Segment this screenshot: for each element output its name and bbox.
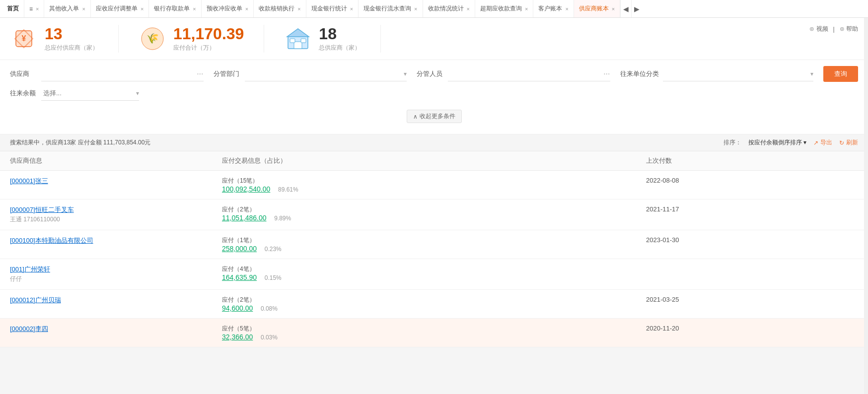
supplier-link[interactable]: [000012]广州贝瑞 xyxy=(10,296,61,304)
supplier-cell: [000001]张三 xyxy=(10,177,222,186)
payable-cell: 应付（5笔） 32,366.00 0.03% xyxy=(222,325,646,341)
nav-bank-deposit[interactable]: 银行存取款单 × xyxy=(149,0,201,18)
nav-receive-verify[interactable]: 收款核销执行 × xyxy=(254,0,306,18)
help-link[interactable]: ⊙ 帮助 xyxy=(840,25,858,33)
nav-receive-stat[interactable]: 收款情况统计 × xyxy=(423,0,475,18)
supplier-cell: [001]广州荣轩 仔仔 xyxy=(10,265,222,283)
close-icon[interactable]: × xyxy=(350,6,353,12)
supplier-link[interactable]: [000001]张三 xyxy=(10,177,48,185)
stat-block-suppliers-payable: ¥ 13 总应付供应商（家） xyxy=(10,25,119,53)
supplier-link[interactable]: [000002]李四 xyxy=(10,325,48,332)
balance-input[interactable] xyxy=(41,89,136,97)
supplier-dots-icon[interactable]: ··· xyxy=(197,69,203,78)
stat-block-payable-total: 🌾 11,170.39 应付合计（万） xyxy=(139,25,264,53)
diamond-icon: ¥ xyxy=(10,25,38,53)
payable-supplier-label: 总应付供应商（家） xyxy=(45,44,98,52)
stat-block-total-suppliers: 18 总供应商（家） xyxy=(284,25,381,53)
nav-arrow-right[interactable]: ▶ xyxy=(631,0,642,18)
svg-text:🌾: 🌾 xyxy=(146,32,159,44)
dept-input[interactable] xyxy=(245,70,404,77)
nav-overdue-ar[interactable]: 超期应收款查询 × xyxy=(475,0,533,18)
person-input[interactable] xyxy=(448,70,603,77)
payable-amount-link[interactable]: 100,092,540.00 xyxy=(222,185,270,193)
table-header: 供应商信息 应付交易信息（占比） 上次付数 xyxy=(0,151,868,171)
supplier-cell: [000100]本特勤油品有限公司 xyxy=(10,236,222,245)
filter-balance: 往来余额 ▾ xyxy=(10,86,139,101)
supplier-sub-info: 王通 17106110000 xyxy=(10,215,222,224)
svg-rect-9 xyxy=(301,39,306,43)
nav-cash-bank-flow[interactable]: 现金银行流水查询 × xyxy=(359,0,423,18)
refresh-button[interactable]: ↻ 刷新 xyxy=(839,138,858,147)
close-icon[interactable]: × xyxy=(245,6,248,12)
data-table: 供应商信息 应付交易信息（占比） 上次付数 [000001]张三 应付（15笔）… xyxy=(0,151,868,347)
total-supplier-count: 18 xyxy=(319,26,361,42)
close-icon[interactable]: × xyxy=(297,6,300,12)
nav-cash-bank-stat[interactable]: 现金银行统计 × xyxy=(306,0,359,18)
collapse-button[interactable]: ∧ 收起更多条件 xyxy=(407,110,462,123)
category-input-wrap[interactable]: ▾ xyxy=(663,66,814,81)
supplier-link[interactable]: [000007]恒旺二手叉车 xyxy=(10,206,74,213)
refresh-icon: ↻ xyxy=(839,139,844,146)
table-row: [000012]广州贝瑞 应付（2笔） 94,600.00 0.08% 2021… xyxy=(0,290,868,319)
supplier-link[interactable]: [000100]本特勤油品有限公司 xyxy=(10,237,93,244)
balance-input-wrap[interactable]: ▾ xyxy=(41,86,139,101)
supplier-link[interactable]: [001]广州荣轩 xyxy=(10,265,50,273)
balance-dropdown-icon[interactable]: ▾ xyxy=(136,90,139,97)
video-link[interactable]: ⊙ 视频 xyxy=(809,25,828,33)
nav-ar-ap-adjust[interactable]: 应收应付调整单 × xyxy=(91,0,149,18)
person-dots-icon[interactable]: ··· xyxy=(603,69,610,78)
export-button[interactable]: ↗ 导出 xyxy=(813,138,832,147)
payable-total-label: 应付合计（万） xyxy=(173,44,244,52)
search-button[interactable]: 查询 xyxy=(823,66,858,82)
nav-home[interactable]: 首页 xyxy=(2,0,24,18)
person-input-wrap[interactable]: ··· xyxy=(448,66,610,81)
balance-label: 往来余额 xyxy=(10,89,37,98)
close-icon[interactable]: × xyxy=(565,6,568,12)
dept-input-wrap[interactable]: ▾ xyxy=(245,66,407,81)
last-pay-cell: 2020-11-20 xyxy=(646,325,858,332)
close-icon[interactable]: × xyxy=(525,6,528,12)
nav-supplier-ledger[interactable]: 供应商账本 × xyxy=(574,0,620,18)
close-icon[interactable]: × xyxy=(141,6,144,12)
supplier-input[interactable] xyxy=(41,70,197,77)
payable-cell: 应付（4笔） 164,635.90 0.15% xyxy=(222,265,646,281)
nav-other-income[interactable]: 其他收入单 × xyxy=(44,0,90,18)
export-icon: ↗ xyxy=(813,139,818,146)
payable-amount-link[interactable]: 94,600.00 xyxy=(222,304,253,312)
close-icon[interactable]: × xyxy=(467,6,470,12)
close-icon[interactable]: × xyxy=(193,6,196,12)
scrollbar[interactable] xyxy=(864,18,868,347)
results-summary: 搜索结果中，供应商13家 应付金额 111,703,854.00元 xyxy=(10,138,150,147)
close-icon[interactable]: × xyxy=(36,6,39,12)
help-icon: ⊙ xyxy=(840,25,845,32)
nav-customer-ledger[interactable]: 客户账本 × xyxy=(533,0,574,18)
nav-prepay-ar[interactable]: 预收冲应收单 × xyxy=(202,0,254,18)
col-last-pay: 上次付数 xyxy=(646,156,858,165)
category-input[interactable] xyxy=(663,70,811,77)
top-right-links: ⊙ 视频 | ⊙ 帮助 xyxy=(809,25,858,33)
payable-amount-link[interactable]: 11,051,486.00 xyxy=(222,214,267,222)
supplier-input-wrap[interactable]: ··· xyxy=(41,66,204,81)
payable-total-amount: 11,170.39 xyxy=(173,26,244,42)
sort-value[interactable]: 按应付余额倒序排序 ▾ xyxy=(748,138,806,147)
last-pay-cell: 2023-01-30 xyxy=(646,236,858,244)
filter-dept: 分管部门 ▾ xyxy=(214,66,407,81)
stats-header: ¥ 13 总应付供应商（家） 🌾 11,170.39 应付合计（万） xyxy=(0,18,868,60)
close-icon[interactable]: × xyxy=(82,6,85,12)
person-label: 分管人员 xyxy=(417,69,444,78)
close-icon[interactable]: × xyxy=(414,6,417,12)
nav-arrow-left[interactable]: ◀ xyxy=(620,0,631,18)
nav-menu[interactable]: ≡ × xyxy=(24,0,44,18)
dept-label: 分管部门 xyxy=(214,69,241,78)
last-pay-cell: 2022-08-08 xyxy=(646,177,858,184)
close-icon[interactable]: × xyxy=(612,6,615,12)
svg-marker-6 xyxy=(287,29,309,37)
payable-amount-link[interactable]: 32,366.00 xyxy=(222,333,253,341)
category-dropdown-icon[interactable]: ▾ xyxy=(810,70,813,77)
payable-amount-link[interactable]: 258,000.00 xyxy=(222,245,257,253)
payable-amount-link[interactable]: 164,635.90 xyxy=(222,273,257,281)
svg-rect-7 xyxy=(294,42,302,49)
dept-dropdown-icon[interactable]: ▾ xyxy=(404,70,407,77)
table-row: [000002]李四 应付（5笔） 32,366.00 0.03% 2020-1… xyxy=(0,319,868,347)
filter-category: 往来单位分类 ▾ xyxy=(620,66,814,81)
